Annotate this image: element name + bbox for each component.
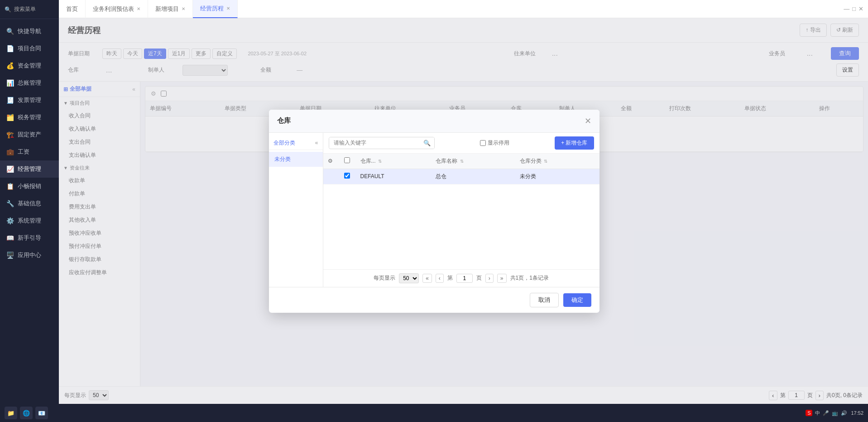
- modal-last-page[interactable]: »: [497, 274, 507, 283]
- sidebar-item-label: 快捷导航: [18, 27, 41, 35]
- sidebar-icon: 💰: [6, 62, 14, 69]
- all-category-label: 全部分类: [273, 139, 295, 147]
- sidebar-item-label: 发票管理: [18, 96, 41, 104]
- per-page-label: 每页显示: [374, 274, 395, 282]
- row-settings: [323, 169, 340, 184]
- th-category[interactable]: 仓库分类 ⇅: [515, 154, 599, 169]
- tab-首页[interactable]: 首页: [59, 0, 86, 18]
- sidebar-icon: 🔧: [6, 200, 14, 207]
- th-name[interactable]: 仓库名称 ⇅: [431, 154, 515, 169]
- tab-新增项目[interactable]: 新增项目✕: [148, 0, 193, 18]
- sidebar-item-label: 税务管理: [18, 113, 41, 121]
- modal-select-all[interactable]: [344, 157, 350, 163]
- taskbar: 📁 🌐 📧 S 中 🎤 📺 🔊 17:52: [0, 404, 868, 422]
- tab-close[interactable]: ✕: [182, 6, 185, 11]
- close-window-button[interactable]: ✕: [858, 5, 863, 12]
- row-select-checkbox[interactable]: [344, 173, 350, 179]
- sidebar-item-发票管理[interactable]: 🧾发票管理: [0, 92, 59, 109]
- modal-first-page[interactable]: «: [422, 274, 432, 283]
- modal-per-page-select[interactable]: 50: [399, 273, 419, 283]
- tab-close[interactable]: ✕: [226, 6, 230, 11]
- taskbar-icons-area: S 中 🎤 📺 🔊: [806, 410, 847, 417]
- sidebar-item-label: 系统管理: [18, 217, 41, 225]
- row-checkbox[interactable]: [340, 169, 356, 184]
- th-code-sort: ⇅: [378, 159, 382, 164]
- sidebar-item-经营管理[interactable]: 📈经营管理: [0, 160, 59, 178]
- sidebar-item-税务管理[interactable]: 🗂️税务管理: [0, 109, 59, 126]
- sidebar-item-系统管理[interactable]: ⚙️系统管理: [0, 212, 59, 229]
- search-icon[interactable]: 🔍: [420, 137, 434, 149]
- sidebar-icon: 🏗️: [6, 131, 14, 138]
- modal-total-text: 共1页，1条记录: [510, 274, 549, 282]
- modal-page-suffix: 页: [476, 274, 482, 282]
- confirm-button[interactable]: 确定: [563, 293, 591, 307]
- sidebar-item-项目合同[interactable]: 📄项目合同: [0, 40, 59, 57]
- modal-content: 🔍 显示停用 + 新增仓库 ⚙ 仓库...: [323, 133, 599, 287]
- taskbar-icon-3[interactable]: 📧: [35, 407, 48, 419]
- sidebar-item-应用中心[interactable]: 🖥️应用中心: [0, 247, 59, 264]
- taskbar-time: 17:52: [851, 410, 863, 416]
- row-code: DEFAULT: [356, 169, 432, 184]
- sidebar-item-新手引导[interactable]: 📖新手引导: [0, 229, 59, 247]
- modal-next-page[interactable]: ›: [485, 274, 494, 283]
- th-code[interactable]: 仓库... ⇅: [356, 154, 432, 169]
- modal-page-input[interactable]: [456, 274, 473, 283]
- modal-table: ⚙ 仓库... ⇅ 仓库名称 ⇅ 仓库分类: [323, 154, 599, 184]
- show-disabled-checkbox-area[interactable]: 显示停用: [480, 139, 509, 147]
- row-category: 未分类: [515, 169, 599, 184]
- sidebar-item-小畅报销[interactable]: 📋小畅报销: [0, 178, 59, 195]
- sidebar-icon: 🔍: [6, 28, 14, 35]
- sidebar-item-固定资产[interactable]: 🏗️固定资产: [0, 126, 59, 143]
- taskbar-icon-1[interactable]: 📁: [5, 407, 17, 419]
- sidebar-icon: 🗂️: [6, 114, 14, 121]
- tab-label: 业务利润预估表: [93, 5, 134, 13]
- modal-table-body: DEFAULT 总仓 未分类: [323, 169, 599, 184]
- modal-close-button[interactable]: ✕: [585, 116, 591, 126]
- uncategorized-label: 未分类: [274, 156, 291, 162]
- sidebar-item-快捷导航[interactable]: 🔍快捷导航: [0, 23, 59, 40]
- taskbar-right: S 中 🎤 📺 🔊 17:52: [806, 410, 863, 417]
- cancel-button[interactable]: 取消: [530, 293, 559, 307]
- tab-close[interactable]: ✕: [137, 6, 140, 11]
- sidebar-search[interactable]: 🔍 搜索菜单: [0, 0, 59, 19]
- modal-pagination: 每页显示 50 « ‹ 第 页 › » 共1页，1条记录: [323, 269, 599, 287]
- taskbar-mic: 🎤: [823, 410, 829, 416]
- sidebar-item-总账管理[interactable]: 📊总账管理: [0, 74, 59, 92]
- th-category-sort: ⇅: [544, 159, 547, 164]
- sidebar-item-label: 小畅报销: [18, 182, 41, 190]
- tab-label: 经营历程: [200, 5, 224, 13]
- all-category-header[interactable]: 全部分类 «: [269, 136, 323, 150]
- table-row[interactable]: DEFAULT 总仓 未分类: [323, 169, 599, 184]
- sidebar-icon: 🖥️: [6, 252, 14, 259]
- tab-业务利润预估表[interactable]: 业务利润预估表✕: [86, 0, 148, 18]
- show-disabled-checkbox[interactable]: [480, 140, 486, 146]
- search-input[interactable]: [329, 137, 420, 148]
- maximize-button[interactable]: □: [852, 5, 856, 12]
- th-settings[interactable]: ⚙: [323, 154, 340, 169]
- uncategorized-item[interactable]: 未分类: [269, 152, 323, 167]
- sidebar-item-基础信息[interactable]: 🔧基础信息: [0, 195, 59, 212]
- sidebar-nav: 🔍快捷导航📄项目合同💰资金管理📊总账管理🧾发票管理🗂️税务管理🏗️固定资产💼工资…: [0, 19, 59, 406]
- modal-title: 仓库: [277, 116, 291, 125]
- sidebar-search-label: 搜索菜单: [14, 5, 36, 13]
- modal-sidebar: 全部分类 « 未分类: [269, 133, 323, 287]
- add-warehouse-button[interactable]: + 新增仓库: [555, 136, 594, 150]
- tab-label: 新增项目: [155, 5, 179, 13]
- sidebar-item-资金管理[interactable]: 💰资金管理: [0, 57, 59, 74]
- tab-经营历程[interactable]: 经营历程✕: [193, 0, 238, 18]
- sidebar-collapse-btn[interactable]: «: [315, 140, 318, 146]
- sidebar-item-label: 资金管理: [18, 62, 41, 70]
- sidebar-item-工资[interactable]: 💼工资: [0, 143, 59, 160]
- modal-table-area: ⚙ 仓库... ⇅ 仓库名称 ⇅ 仓库分类: [323, 154, 599, 269]
- modal-prev-page[interactable]: ‹: [436, 274, 444, 283]
- taskbar-screen: 📺: [832, 410, 838, 416]
- taskbar-icon-2[interactable]: 🌐: [20, 407, 33, 419]
- sidebar-icon: 📄: [6, 45, 14, 52]
- sidebar-item-label: 应用中心: [18, 251, 41, 259]
- sidebar-icon: 📖: [6, 234, 14, 242]
- modal-footer: 取消 确定: [269, 287, 599, 313]
- th-checkbox[interactable]: [340, 154, 356, 169]
- taskbar-zhong: 中: [815, 410, 820, 417]
- minimize-button[interactable]: —: [844, 5, 849, 12]
- sidebar-icon: 💼: [6, 148, 14, 155]
